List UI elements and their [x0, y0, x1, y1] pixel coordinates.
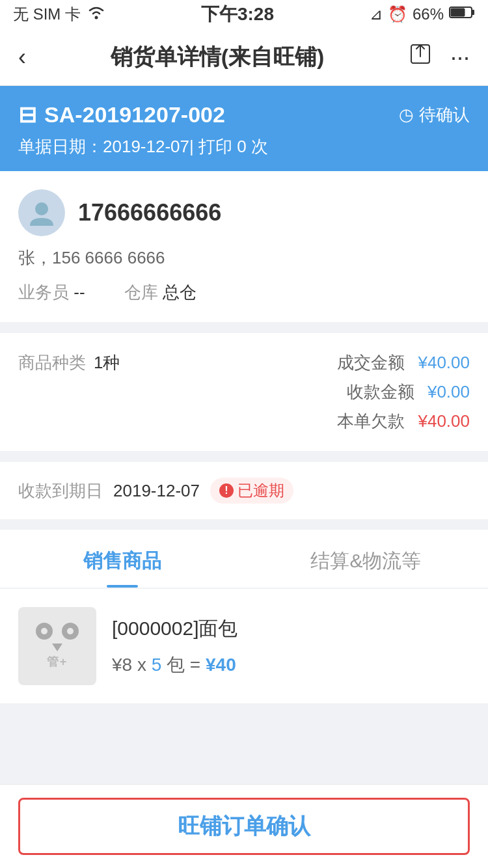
amounts-section: 成交金额 ¥40.00 收款金额 ¥0.00 本单欠款 ¥40.00 [337, 351, 470, 433]
share-icon[interactable] [409, 42, 432, 72]
nav-actions: ··· [409, 42, 470, 72]
debt-amount-label: 本单欠款 [337, 410, 405, 433]
back-button[interactable]: ‹ [18, 44, 26, 71]
product-type-field: 商品种类 1种 [18, 351, 120, 374]
due-date-label: 收款到期日 [18, 480, 103, 502]
location-icon: ⊿ [370, 5, 383, 23]
receipt-amount-value: ¥0.00 [427, 382, 470, 402]
deal-amount-label: 成交金额 [337, 351, 405, 374]
status-text: 待确认 [419, 103, 470, 126]
page-title: 销货单详情(来自旺铺) [111, 42, 325, 72]
tab-settlement-label: 结算&物流等 [310, 550, 421, 571]
overdue-badge: ! 已逾期 [210, 478, 293, 504]
product-image: 管+ [36, 623, 79, 670]
order-id-text: SA-20191207-002 [44, 102, 225, 128]
salesman-label: 业务员 [18, 282, 69, 302]
overdue-icon: ! [219, 483, 234, 498]
customer-phone: 17666666666 [78, 199, 221, 226]
confirm-order-button[interactable]: 旺铺订单确认 [18, 798, 470, 855]
tab-sales-label: 销售商品 [83, 550, 161, 571]
salesman-field: 业务员 -- [18, 281, 85, 304]
table-row: 管+ [0000002]面包 ¥8 x 5 包 = ¥40 [0, 589, 488, 704]
owl-eye-left [36, 623, 53, 640]
owl-eye-right [62, 623, 79, 640]
quantity-text: 5 [152, 655, 162, 675]
equals-sign: = [190, 655, 206, 675]
order-id-row: ⊟ SA-20191207-002 ◷ 待确认 [18, 102, 470, 128]
due-date-value: 2019-12-07 [113, 481, 200, 501]
product-thumbnail: 管+ [18, 607, 96, 685]
status-left: 无 SIM 卡 [13, 4, 105, 25]
total-text: ¥40 [206, 655, 236, 675]
summary-top: 商品种类 1种 成交金额 ¥40.00 收款金额 ¥0.00 本单欠款 ¥40.… [18, 351, 470, 433]
more-icon[interactable]: ··· [450, 44, 470, 71]
battery-icon [449, 5, 475, 23]
debt-amount-row: 本单欠款 ¥40.00 [337, 410, 470, 433]
battery-text: 66% [413, 5, 444, 23]
receipt-amount-label: 收款金额 [347, 381, 414, 403]
product-info: [0000002]面包 ¥8 x 5 包 = ¥40 [112, 616, 470, 677]
avatar [18, 189, 65, 236]
tabs-container: 销售商品 结算&物流等 [0, 530, 488, 589]
product-list: 管+ [0000002]面包 ¥8 x 5 包 = ¥40 [0, 589, 488, 704]
status-right: ⊿ ⏰ 66% [370, 5, 475, 23]
status-time: 下午3:28 [201, 2, 274, 27]
deal-amount-value: ¥40.00 [418, 353, 470, 373]
product-name: [0000002]面包 [112, 616, 470, 642]
wifi-icon [87, 5, 105, 23]
svg-rect-3 [450, 8, 465, 17]
unit-text: 包 [167, 655, 185, 675]
bottom-bar: 旺铺订单确认 [0, 784, 488, 868]
salesman-value: -- [74, 282, 85, 302]
status-bar: 无 SIM 卡 下午3:28 ⊿ ⏰ 66% [0, 0, 488, 29]
due-date-card: 收款到期日 2019-12-07 ! 已逾期 [0, 462, 488, 519]
multiply-sign: x [137, 655, 152, 675]
status-clock-icon: ◷ [399, 105, 414, 125]
owl-eyes [36, 623, 79, 640]
warehouse-label: 仓库 [124, 282, 158, 302]
customer-name: 张，156 6666 6666 [18, 247, 470, 269]
sim-indicator: 无 SIM 卡 [13, 4, 81, 25]
order-status: ◷ 待确认 [399, 103, 470, 126]
debt-amount-value: ¥40.00 [418, 411, 470, 431]
warehouse-field: 仓库 总仓 [124, 281, 197, 304]
svg-point-5 [35, 202, 48, 215]
price-text: ¥8 [112, 655, 132, 675]
deal-amount-row: 成交金额 ¥40.00 [337, 351, 470, 374]
svg-point-0 [95, 16, 98, 20]
summary-card: 商品种类 1种 成交金额 ¥40.00 收款金额 ¥0.00 本单欠款 ¥40.… [0, 333, 488, 452]
product-type-label: 商品种类 [18, 351, 86, 374]
overdue-text: 已逾期 [237, 480, 284, 501]
owl-brand-text: 管+ [47, 654, 68, 670]
order-icon: ⊟ [18, 102, 36, 128]
tab-sales-products[interactable]: 销售商品 [0, 530, 244, 588]
customer-meta: 业务员 -- 仓库 总仓 [18, 281, 470, 304]
receipt-amount-row: 收款金额 ¥0.00 [347, 381, 470, 403]
svg-rect-2 [472, 10, 474, 15]
product-type-value: 1种 [94, 351, 120, 374]
nav-bar: ‹ 销货单详情(来自旺铺) ··· [0, 29, 488, 86]
order-id: ⊟ SA-20191207-002 [18, 102, 225, 128]
order-date: 单据日期：2019-12-07| 打印 0 次 [18, 135, 470, 158]
alarm-icon: ⏰ [388, 5, 407, 23]
product-price-row: ¥8 x 5 包 = ¥40 [112, 653, 470, 677]
customer-row: 17666666666 [18, 189, 470, 236]
owl-beak [52, 644, 62, 651]
warehouse-value: 总仓 [163, 282, 197, 302]
customer-card: 17666666666 张，156 6666 6666 业务员 -- 仓库 总仓 [0, 171, 488, 323]
order-banner: ⊟ SA-20191207-002 ◷ 待确认 单据日期：2019-12-07|… [0, 86, 488, 171]
tab-settlement[interactable]: 结算&物流等 [244, 530, 488, 588]
